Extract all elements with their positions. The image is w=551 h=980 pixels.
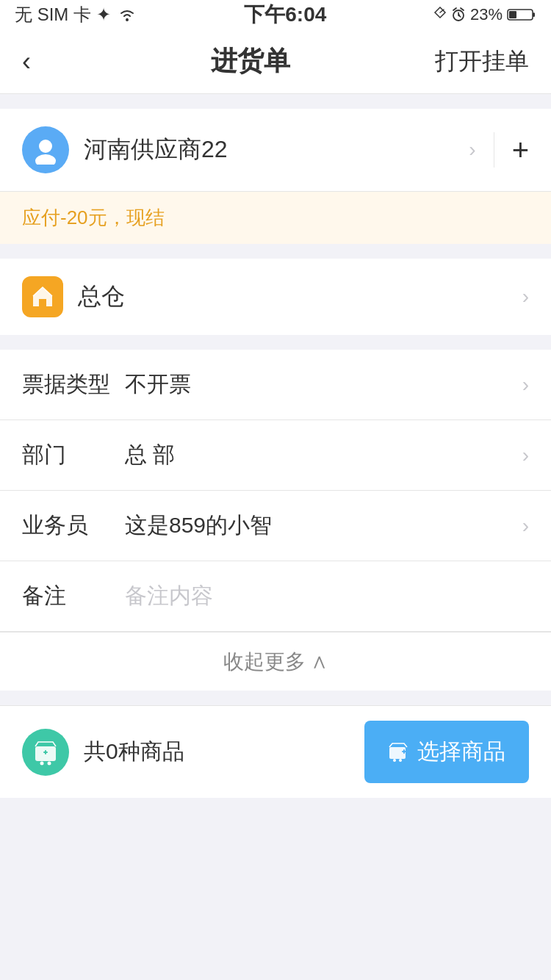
select-product-button[interactable]: 选择商品 bbox=[364, 721, 529, 783]
remark-input[interactable]: 备注内容 bbox=[125, 581, 529, 611]
person-icon bbox=[31, 135, 60, 165]
status-left: 无 SIM 卡 ✦ bbox=[15, 3, 137, 26]
remark-row[interactable]: 备注 备注内容 bbox=[0, 561, 551, 632]
alarm-icon bbox=[451, 7, 466, 23]
invoice-label: 票据类型 bbox=[22, 370, 125, 400]
page-title: 进货单 bbox=[211, 43, 290, 79]
warehouse-row[interactable]: 总仓 › bbox=[0, 259, 551, 335]
status-right: 23% bbox=[433, 5, 536, 24]
svg-rect-7 bbox=[39, 299, 46, 306]
svg-point-10 bbox=[48, 761, 51, 765]
gap-1 bbox=[0, 94, 551, 109]
select-cart-icon bbox=[388, 741, 410, 763]
supplier-row[interactable]: 河南供应商22 › + bbox=[0, 109, 551, 192]
open-pending-button[interactable]: 打开挂单 bbox=[435, 46, 529, 78]
back-button[interactable]: ‹ bbox=[22, 46, 66, 77]
svg-point-9 bbox=[40, 761, 44, 765]
bottom-area bbox=[0, 798, 551, 980]
department-row[interactable]: 部门 总 部 › bbox=[0, 420, 551, 491]
remark-label: 备注 bbox=[22, 581, 125, 611]
product-icon bbox=[22, 729, 69, 776]
select-product-label: 选择商品 bbox=[417, 737, 505, 767]
svg-point-6 bbox=[35, 154, 56, 165]
gap-3 bbox=[0, 335, 551, 350]
supplier-divider bbox=[494, 132, 494, 167]
svg-rect-4 bbox=[509, 11, 516, 18]
salesperson-chevron-icon: › bbox=[522, 514, 529, 538]
warehouse-section[interactable]: 总仓 › bbox=[0, 259, 551, 335]
invoice-type-row[interactable]: 票据类型 不开票 › bbox=[0, 350, 551, 420]
svg-point-5 bbox=[39, 140, 52, 153]
cart-icon bbox=[32, 739, 59, 765]
notice-banner: 应付-20元，现结 bbox=[0, 192, 551, 244]
status-time: 下午6:04 bbox=[244, 1, 326, 29]
no-sim-label: 无 SIM 卡 ✦ bbox=[15, 3, 111, 26]
supplier-avatar bbox=[22, 126, 69, 173]
svg-point-13 bbox=[399, 759, 402, 762]
gap-2 bbox=[0, 244, 551, 259]
svg-rect-11 bbox=[389, 747, 406, 759]
invoice-chevron-icon: › bbox=[522, 373, 529, 397]
salesperson-label: 业务员 bbox=[22, 511, 125, 541]
product-bar: 共0种商品 选择商品 bbox=[0, 705, 551, 798]
product-count-label: 共0种商品 bbox=[84, 737, 364, 767]
house-icon bbox=[30, 284, 55, 309]
svg-point-12 bbox=[393, 759, 396, 762]
nav-bar: ‹ 进货单 打开挂单 bbox=[0, 29, 551, 94]
warehouse-chevron-icon: › bbox=[522, 285, 529, 309]
department-label: 部门 bbox=[22, 440, 125, 470]
salesperson-row[interactable]: 业务员 这是859的小智 › bbox=[0, 491, 551, 561]
warehouse-name: 总仓 bbox=[78, 281, 522, 313]
form-section: 票据类型 不开票 › 部门 总 部 › 业务员 这是859的小智 › 备注 备注… bbox=[0, 350, 551, 691]
collapse-button[interactable]: 收起更多 ∧ bbox=[0, 632, 551, 691]
supplier-name: 河南供应商22 bbox=[84, 134, 469, 166]
battery-icon bbox=[507, 7, 536, 22]
location-icon bbox=[433, 7, 447, 23]
invoice-value: 不开票 bbox=[125, 370, 522, 400]
wifi-icon bbox=[117, 7, 137, 22]
svg-rect-3 bbox=[533, 12, 535, 17]
svg-point-0 bbox=[126, 18, 129, 21]
gap-4 bbox=[0, 691, 551, 705]
warehouse-icon bbox=[22, 276, 63, 317]
supplier-section: 河南供应商22 › + 应付-20元，现结 bbox=[0, 109, 551, 244]
department-chevron-icon: › bbox=[522, 444, 529, 467]
salesperson-value: 这是859的小智 bbox=[125, 511, 522, 541]
add-supplier-button[interactable]: + bbox=[512, 134, 529, 167]
battery-percent: 23% bbox=[470, 5, 503, 24]
department-value: 总 部 bbox=[125, 440, 522, 470]
status-bar: 无 SIM 卡 ✦ 下午6:04 23% bbox=[0, 0, 551, 29]
supplier-chevron-icon: › bbox=[469, 138, 475, 162]
